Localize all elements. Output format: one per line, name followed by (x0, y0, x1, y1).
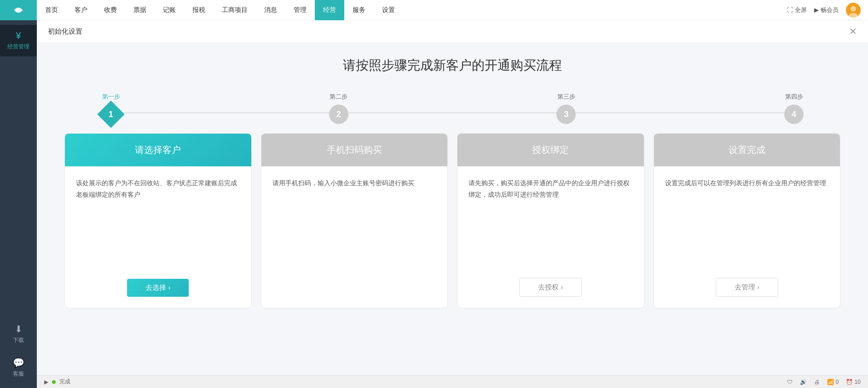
step-node-1: 第一步 1 (101, 93, 121, 124)
network-status: 📶 0 (827, 379, 839, 385)
step-btn-1[interactable]: 去选择 › (127, 279, 189, 297)
vip-btn[interactable]: ▶ 畅会员 (814, 6, 839, 14)
play-icon[interactable]: ▶ (44, 379, 48, 385)
nav-item-manage[interactable]: 管理 (285, 0, 315, 20)
nav-item-home[interactable]: 首页 (37, 0, 66, 20)
status-bar-right: 🛡 🔊 🖨 📶 0 ⏰ 10 (787, 379, 861, 385)
sidebar-label-business: 经营管理 (7, 43, 29, 51)
step-card-footer-1: 去选择 › (65, 271, 251, 308)
nav-item-settings[interactable]: 设置 (374, 0, 403, 20)
step-card-body-1: 该处展示的客户为不在回收站、客户状态正常建账后完成老板端绑定的所有客户 (65, 166, 251, 271)
sidebar-icon-business: ¥ (16, 30, 21, 41)
step-progress: 第一步 1 第二步 2 第三步 3 (64, 93, 840, 124)
nav-item-message[interactable]: 消息 (256, 0, 285, 20)
step-label-3: 第三步 (557, 93, 575, 101)
shield-icon: 🛡 (787, 379, 793, 385)
step-cards: 请选择客户 该处展示的客户为不在回收站、客户状态正常建账后完成老板端绑定的所有客… (64, 133, 840, 308)
step-connector-2 (348, 112, 557, 113)
volume-icon[interactable]: 🔊 (800, 379, 807, 385)
sidebar-label-support: 客服 (13, 370, 24, 378)
step-card-2: 手机扫码购买 请用手机扫码，输入小微企业主账号密码进行购买 (261, 133, 448, 308)
step-card-header-2: 手机扫码购买 (261, 134, 448, 166)
step-card-header-1: 请选择客户 (65, 134, 251, 166)
fullscreen-btn[interactable]: ⛶ 全屏 (787, 6, 807, 14)
step-card-footer-3: 去授权 › (457, 270, 644, 308)
nav-items: 首页 客户 收费 票据 记账 报税 工商项目 消息 管理 经营 服务 设置 (37, 0, 787, 20)
sidebar-bottom: ⬇ 下载 💬 客服 (0, 318, 37, 388)
page-title: 初始化设置 (48, 27, 82, 36)
step-circle-1: 1 (97, 100, 124, 128)
step-card-footer-4: 去管理 › (654, 270, 840, 308)
print-icon: 🖨 (814, 379, 820, 385)
nav-item-service[interactable]: 服务 (344, 0, 374, 20)
step-label-2: 第二步 (330, 93, 347, 101)
nav-item-fee[interactable]: 收费 (96, 0, 125, 20)
step-connector-1 (121, 112, 329, 113)
support-icon: 💬 (13, 357, 24, 368)
svg-point-0 (17, 8, 20, 12)
nav-item-customer[interactable]: 客户 (66, 0, 96, 20)
step-card-body-4: 设置完成后可以在管理列表进行所有企业用户的经营管理 (654, 166, 840, 270)
nav-item-bill[interactable]: 票据 (125, 0, 155, 20)
status-label: 完成 (59, 378, 70, 386)
main-title: 请按照步骤完成新客户的开通购买流程 (64, 57, 840, 74)
step-btn-3[interactable]: 去授权 › (519, 278, 582, 297)
nav-right: ⛶ 全屏 ▶ 畅会员 (787, 3, 868, 18)
status-bar: ▶ 完成 🛡 🔊 🖨 📶 0 ⏰ 10 (37, 375, 868, 388)
step-card-body-3: 请先购买，购买后选择开通的产品中的企业用户进行授权绑定，成功后即可进行经营管理 (457, 166, 644, 270)
step-card-footer-2 (261, 289, 448, 308)
step-label-4: 第四步 (785, 93, 803, 101)
status-dot (52, 380, 56, 384)
nav-logo (0, 0, 37, 20)
step-btn-4[interactable]: 去管理 › (716, 278, 778, 297)
nav-item-account[interactable]: 记账 (155, 0, 184, 20)
steps-container: 请按照步骤完成新客户的开通购买流程 第一步 1 第二步 2 (37, 43, 868, 375)
close-button[interactable]: ✕ (849, 27, 857, 36)
step-circle-4: 4 (784, 105, 804, 124)
content-header: 初始化设置 ✕ (37, 20, 868, 43)
time-status: ⏰ 10 (846, 379, 861, 385)
step-circle-2: 2 (329, 105, 348, 124)
sidebar-item-business[interactable]: ¥ 经营管理 (0, 25, 37, 56)
nav-item-tax[interactable]: 报税 (184, 0, 214, 20)
vip-icon: ▶ (814, 6, 819, 13)
main-layout: ¥ 经营管理 ⬇ 下载 💬 客服 初始化设置 ✕ 请按照步骤完成新客户的开通购买… (0, 20, 868, 388)
step-card-3: 授权绑定 请先购买，购买后选择开通的产品中的企业用户进行授权绑定，成功后即可进行… (457, 133, 644, 308)
step-connector-3 (576, 112, 784, 113)
nav-item-industry[interactable]: 工商项目 (214, 0, 256, 20)
step-card-header-3: 授权绑定 (457, 134, 644, 166)
step-card-4: 设置完成 设置完成后可以在管理列表进行所有企业用户的经营管理 去管理 › (654, 133, 841, 308)
status-bar-left: ▶ 完成 (44, 378, 70, 386)
sidebar-label-download: 下载 (13, 336, 24, 344)
top-nav: 首页 客户 收费 票据 记账 报税 工商项目 消息 管理 经营 服务 设置 ⛶ … (0, 0, 868, 20)
step-node-2: 第二步 2 (329, 93, 348, 124)
content-area: 初始化设置 ✕ 请按照步骤完成新客户的开通购买流程 第一步 1 第二步 (37, 20, 868, 388)
step-card-body-2: 请用手机扫码，输入小微企业主账号密码进行购买 (261, 166, 448, 289)
nav-item-business[interactable]: 经营 (315, 0, 344, 20)
step-card-1: 请选择客户 该处展示的客户为不在回收站、客户状态正常建账后完成老板端绑定的所有客… (64, 133, 252, 308)
download-icon: ⬇ (15, 323, 23, 335)
step-node-4: 第四步 4 (784, 93, 804, 124)
sidebar: ¥ 经营管理 ⬇ 下载 💬 客服 (0, 20, 37, 388)
step-label-1: 第一步 (102, 93, 120, 101)
step-circle-3: 3 (556, 105, 576, 124)
step-node-3: 第三步 3 (556, 93, 576, 124)
svg-point-2 (851, 6, 856, 12)
fullscreen-icon: ⛶ (787, 6, 793, 13)
avatar[interactable] (846, 3, 861, 18)
sidebar-item-support[interactable]: 💬 客服 (0, 352, 37, 383)
sidebar-item-download[interactable]: ⬇ 下载 (0, 318, 37, 350)
step-card-header-4: 设置完成 (654, 134, 840, 166)
